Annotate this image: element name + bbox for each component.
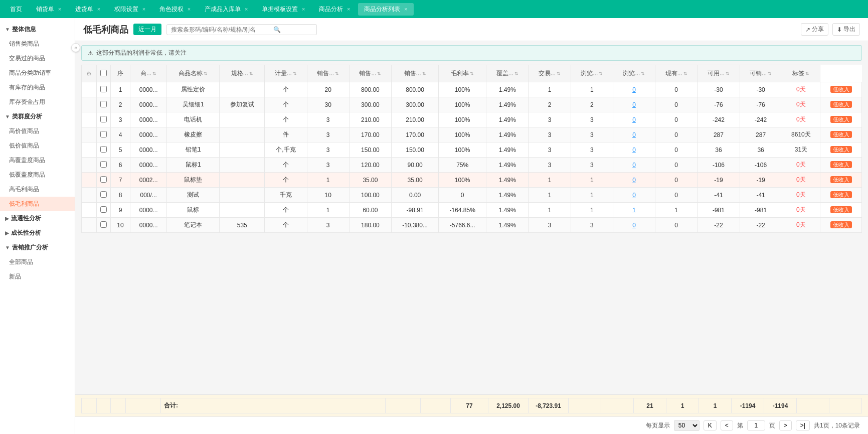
row-gross-rate: 1.49%: [486, 127, 529, 142]
sidebar-item-high-value[interactable]: 高价值商品: [0, 124, 75, 138]
row-checkbox[interactable]: [100, 206, 107, 213]
col-qty[interactable]: 销售...⇅: [307, 65, 349, 82]
row-checkbox-cell[interactable]: [97, 158, 111, 173]
sidebar-item-category-rate[interactable]: 商品分类助销率: [0, 66, 75, 80]
sidebar-item-high-margin[interactable]: 高毛利商品: [0, 182, 75, 197]
sidebar-item-low-margin[interactable]: 低毛利商品: [0, 197, 75, 211]
row-browse1[interactable]: 0: [613, 218, 655, 233]
col-spec[interactable]: 规格...⇅: [220, 65, 265, 82]
close-icon[interactable]: ×: [142, 6, 145, 12]
col-tag[interactable]: 标签⇅: [782, 65, 820, 82]
search-icon[interactable]: 🔍: [273, 26, 281, 33]
row-checkbox[interactable]: [100, 221, 107, 228]
col-code[interactable]: 商...⇅: [130, 65, 166, 82]
row-checkbox-cell[interactable]: [97, 173, 111, 188]
col-current[interactable]: 现有...⇅: [655, 65, 698, 82]
nav-item-analysis[interactable]: 商品分析 ×: [313, 3, 356, 16]
col-gross[interactable]: 覆盖...⇅: [486, 65, 529, 82]
close-icon[interactable]: ×: [404, 6, 407, 12]
sidebar-group-circulation[interactable]: ▶ 流通性分析: [0, 211, 75, 226]
nav-item-role[interactable]: 角色授权 ×: [153, 3, 197, 16]
sidebar-item-traded-goods[interactable]: 交易过的商品: [0, 51, 75, 66]
row-checkbox-cell[interactable]: [97, 203, 111, 218]
col-rate[interactable]: 毛利率⇅: [439, 65, 486, 82]
row-checkbox[interactable]: [100, 176, 107, 183]
select-all-checkbox[interactable]: [100, 70, 107, 76]
row-browse1[interactable]: 0: [613, 158, 655, 173]
row-checkbox[interactable]: [100, 86, 107, 92]
col-no[interactable]: 序: [111, 65, 130, 82]
nav-item-product[interactable]: 产成品入库单 ×: [199, 3, 254, 16]
settings-header[interactable]: ⚙: [82, 65, 97, 82]
nav-item-purchase[interactable]: 进货单 ×: [69, 3, 106, 16]
col-trade[interactable]: 交易...⇅: [529, 65, 571, 82]
close-icon[interactable]: ×: [245, 6, 248, 12]
close-icon[interactable]: ×: [97, 6, 100, 12]
collapse-sidebar-button[interactable]: «: [71, 43, 80, 52]
nav-item-template[interactable]: 单据模板设置 ×: [256, 3, 311, 16]
col-name[interactable]: 商品名称⇅: [167, 65, 220, 82]
row-browse1[interactable]: 1: [613, 203, 655, 218]
row-checkbox[interactable]: [100, 161, 107, 168]
per-page-select[interactable]: 50 100 200: [674, 420, 700, 431]
close-icon[interactable]: ×: [347, 6, 350, 12]
close-icon[interactable]: ×: [302, 6, 305, 12]
col-browse1[interactable]: 浏览...⇅: [571, 65, 613, 82]
row-checkbox[interactable]: [100, 146, 107, 153]
sidebar-item-new-goods[interactable]: 新品: [0, 269, 75, 284]
row-checkbox[interactable]: [100, 131, 107, 137]
col-saledays[interactable]: 可销...⇅: [740, 65, 782, 82]
first-page-button[interactable]: K: [704, 420, 717, 430]
row-checkbox-cell[interactable]: [97, 188, 111, 203]
row-checkbox[interactable]: [100, 191, 107, 198]
sidebar-group-marketing[interactable]: ▼ 营销推广分析: [0, 240, 75, 255]
prev-page-button[interactable]: <: [721, 420, 733, 430]
row-browse1[interactable]: 0: [613, 127, 655, 142]
page-number-input[interactable]: [747, 420, 765, 430]
sidebar-group-growth[interactable]: ▶ 成长性分析: [0, 226, 75, 240]
export-button[interactable]: ⬇ 导出: [832, 23, 860, 36]
row-checkbox-cell[interactable]: [97, 82, 111, 97]
row-tag: 低收入: [820, 188, 862, 203]
row-browse1[interactable]: 0: [613, 82, 655, 97]
last-page-button[interactable]: >|: [796, 420, 810, 430]
row-browse1[interactable]: 0: [613, 173, 655, 188]
row-checkbox-cell[interactable]: [97, 112, 111, 127]
share-button[interactable]: ↗ 分享: [801, 23, 828, 36]
sidebar-group-cluster[interactable]: ▼ 类群度分析: [0, 109, 75, 124]
close-icon[interactable]: ×: [58, 6, 61, 12]
sidebar-item-low-coverage[interactable]: 低覆盖度商品: [0, 168, 75, 182]
row-checkbox[interactable]: [100, 116, 107, 122]
row-checkbox-cell[interactable]: [97, 218, 111, 233]
col-unit[interactable]: 计量...⇅: [265, 65, 307, 82]
nav-item-sales[interactable]: 销货单 ×: [30, 3, 67, 16]
row-checkbox[interactable]: [100, 101, 107, 107]
col-available[interactable]: 可用...⇅: [698, 65, 740, 82]
row-browse1[interactable]: 0: [613, 112, 655, 127]
row-browse1[interactable]: 0: [613, 188, 655, 203]
sidebar-item-low-value[interactable]: 低价值商品: [0, 138, 75, 153]
sidebar-item-sales-goods[interactable]: 销售类商品: [0, 37, 75, 51]
col-browse2[interactable]: 浏览...⇅: [613, 65, 655, 82]
row-checkbox-cell[interactable]: [97, 127, 111, 142]
nav-item-home[interactable]: 首页: [4, 3, 28, 16]
close-icon[interactable]: ×: [188, 6, 191, 12]
row-browse1[interactable]: 0: [613, 97, 655, 112]
col-price2[interactable]: 销售...⇅: [392, 65, 439, 82]
next-page-button[interactable]: >: [779, 420, 792, 430]
sidebar-item-high-coverage[interactable]: 高覆盖度商品: [0, 153, 75, 168]
nav-item-analysis-list[interactable]: 商品分析列表 ×: [358, 3, 413, 16]
sidebar-item-stock-goods[interactable]: 有库存的商品: [0, 80, 75, 95]
row-checkbox-cell[interactable]: [97, 97, 111, 112]
row-available: -19: [740, 173, 782, 188]
row-checkbox-cell[interactable]: [97, 142, 111, 158]
nav-item-permission[interactable]: 权限设置 ×: [108, 3, 151, 16]
sidebar-item-stock-capital[interactable]: 库存资金占用: [0, 95, 75, 109]
sidebar-group-overall[interactable]: ▼ 整体信息: [0, 22, 75, 37]
select-all-header[interactable]: [97, 65, 111, 82]
search-input[interactable]: [171, 26, 271, 33]
filter-button[interactable]: 近一月: [133, 24, 161, 35]
col-price1[interactable]: 销售...⇅: [349, 65, 391, 82]
sidebar-item-all-goods[interactable]: 全部商品: [0, 255, 75, 269]
row-browse1[interactable]: 0: [613, 142, 655, 158]
